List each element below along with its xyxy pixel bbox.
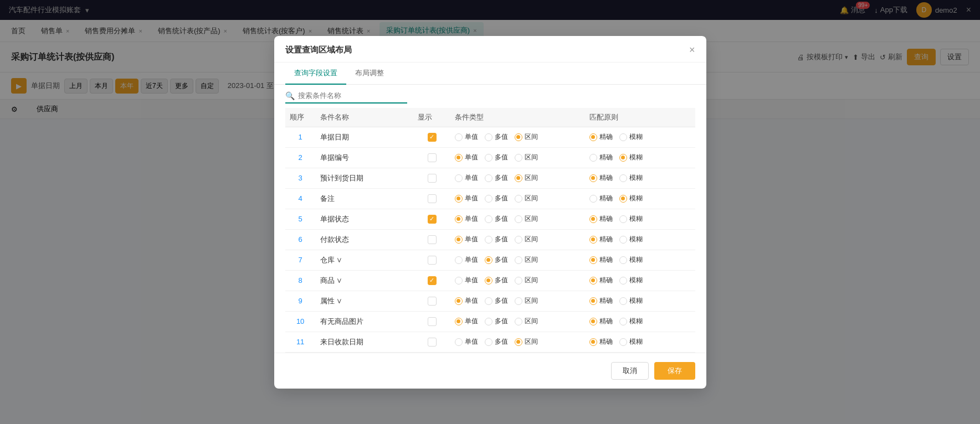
dialog-search-area: 🔍 [274, 85, 706, 108]
th-name: 条件名称 [316, 108, 414, 120]
th-display: 显示 [413, 108, 450, 120]
search-icon: 🔍 [285, 91, 295, 100]
tab-layout-adjust[interactable]: 布局调整 [346, 63, 393, 85]
search-input[interactable] [298, 91, 398, 100]
dialog-table-wrap: 顺序 条件名称 显示 条件类型 匹配原则 1单据日期单值多值区间精确模糊2单据编… [274, 108, 706, 120]
search-wrap: 🔍 [285, 91, 407, 104]
th-order: 顺序 [285, 108, 316, 120]
dialog-tabs: 查询字段设置 布局调整 [274, 63, 706, 85]
dialog: 设置查询区域布局 × 查询字段设置 布局调整 🔍 顺序 条件名称 显示 [274, 36, 706, 120]
tab-query-fields[interactable]: 查询字段设置 [285, 63, 346, 85]
conditions-table: 顺序 条件名称 显示 条件类型 匹配原则 1单据日期单值多值区间精确模糊2单据编… [285, 108, 695, 120]
dialog-close-button[interactable]: × [689, 45, 695, 55]
dialog-header: 设置查询区域布局 × [274, 36, 706, 63]
dialog-title: 设置查询区域布局 [285, 45, 352, 55]
th-match: 匹配原则 [585, 108, 695, 120]
modal-overlay: 设置查询区域布局 × 查询字段设置 布局调整 🔍 顺序 条件名称 显示 [0, 0, 980, 119]
th-type: 条件类型 [450, 108, 585, 120]
